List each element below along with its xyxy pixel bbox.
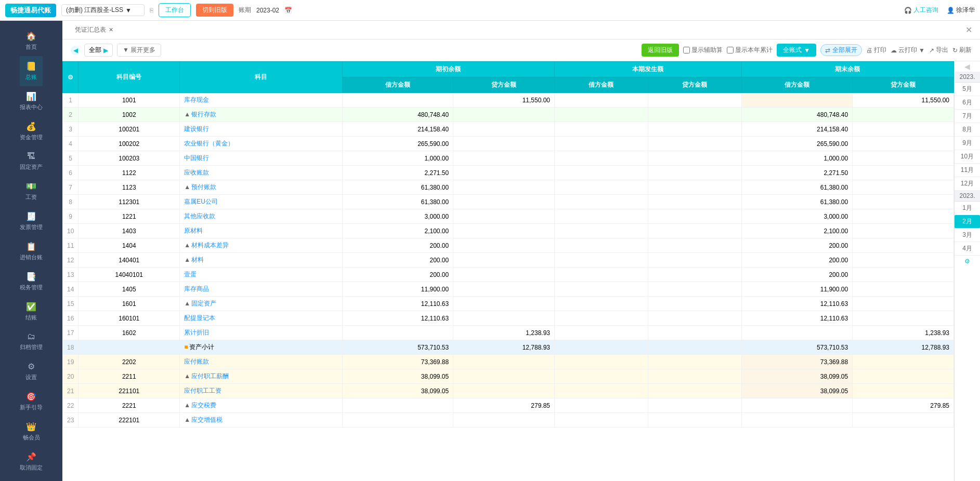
month-8[interactable]: 8月 [955, 123, 980, 137]
workbench-button[interactable]: 工作台 [159, 3, 191, 17]
expand-row-icon[interactable]: ▲ [184, 242, 190, 249]
sidebar-item-home[interactable]: 🏠 首页 [20, 26, 43, 56]
row-name[interactable]: ▲应交增值税 [180, 413, 343, 427]
expand-row-icon[interactable]: ▲ [184, 402, 190, 409]
row-name[interactable]: 应付账款 [180, 355, 343, 369]
expand-row-icon[interactable]: ▲ [184, 256, 190, 263]
format-button[interactable]: 全账式 ▼ [777, 44, 816, 57]
sidebar-item-report[interactable]: 📊 报表中心 [20, 86, 43, 116]
month-1[interactable]: 1月 [955, 202, 980, 215]
row-name[interactable]: 壹蛋 [180, 268, 343, 282]
row-name[interactable]: ▲银行存款 [180, 108, 343, 122]
panel-settings-icon[interactable]: ⚙ [955, 256, 980, 267]
tab-voucher-summary[interactable]: 凭证汇总表✕ [68, 22, 127, 37]
sidebar-item-member[interactable]: 👑 畅会员 [0, 417, 62, 447]
row-name[interactable]: ▲应付职工薪酬 [180, 369, 343, 384]
expand-row-icon[interactable]: ▲ [184, 183, 190, 191]
sidebar-item-settle[interactable]: ✅ 结账 [20, 297, 43, 327]
export-button[interactable]: ↗ 导出 [929, 46, 948, 55]
th-settings[interactable]: ⚙ [63, 62, 79, 93]
calendar-icon[interactable]: 📅 [284, 7, 292, 14]
year-label-2023-top[interactable]: 2023. [955, 72, 980, 83]
month-3[interactable]: 3月 [955, 229, 980, 242]
filter-all[interactable]: 全部 ▶ [84, 44, 113, 57]
sidebar-item-purchase[interactable]: 📋 进销台账 [20, 236, 43, 266]
archive-label: 归档管理 [20, 343, 43, 351]
month-4[interactable]: 4月 [955, 242, 980, 256]
row-name[interactable]: 应收账款 [180, 166, 343, 180]
show-ytd-checkbox[interactable]: 显示本年累计 [727, 46, 773, 55]
sidebar-item-archive[interactable]: 🗂 归档管理 [20, 327, 43, 356]
month-2[interactable]: 2月 [955, 215, 980, 229]
row-name[interactable]: 库存现金 [180, 93, 343, 108]
row-ps-debit: 480,748.40 [342, 108, 453, 122]
row-cur-credit [648, 166, 741, 180]
month-12[interactable]: 12月 [955, 177, 980, 191]
sidebar-item-fund[interactable]: 💰 资金管理 [20, 116, 43, 146]
ledger-icon: 📒 [26, 61, 36, 71]
sidebar-item-cancel-fixed[interactable]: 📌 取消固定 [0, 447, 62, 477]
year-label-2023-bottom[interactable]: 2023. [955, 191, 980, 202]
row-name[interactable]: ▲材料 [180, 253, 343, 268]
user-menu[interactable]: 👤 徐泽华 [947, 6, 975, 15]
sidebar-item-invoice[interactable]: 🧾 发票管理 [20, 206, 43, 236]
month-5[interactable]: 5月 [955, 83, 980, 96]
row-pe-debit [741, 93, 852, 108]
row-name[interactable]: 嘉属EU公司 [180, 195, 343, 209]
sidebar-item-settings[interactable]: ⚙ 设置 [20, 356, 43, 386]
th-ps-credit: 贷方金额 [453, 77, 555, 93]
user-service[interactable]: 🎧 人工咨询 [904, 6, 938, 15]
row-num: 5 [63, 151, 79, 166]
row-name[interactable]: 农业银行（黄金） [180, 137, 343, 151]
row-name[interactable]: 中国银行 [180, 151, 343, 166]
row-code: 100203 [79, 151, 180, 166]
company-selector[interactable]: (勿删) 江西股圣-LSS ▼ [61, 4, 145, 16]
pin-icon: 📌 [26, 452, 36, 462]
month-10[interactable]: 10月 [955, 150, 980, 164]
return-old-button[interactable]: 返回旧版 [642, 44, 679, 57]
row-pe-credit [853, 384, 954, 398]
row-pe-debit: 38,099.05 [741, 369, 852, 384]
row-name[interactable]: 建设银行 [180, 122, 343, 137]
row-name[interactable]: 配提显记本 [180, 311, 343, 326]
expand-row-icon[interactable]: ▲ [184, 300, 190, 307]
sidebar-item-salary[interactable]: 💵 工资 [20, 176, 43, 206]
switch-button[interactable]: 切到旧版 [196, 4, 233, 17]
row-name[interactable]: 应付职工工资 [180, 384, 343, 398]
filter-all-arrow: ▶ [103, 47, 108, 54]
refresh-button[interactable]: ↻ 刷新 [952, 46, 972, 55]
copy-icon[interactable]: ⎘ [150, 7, 153, 14]
row-name[interactable]: 原材料 [180, 224, 343, 238]
row-num: 2 [63, 108, 79, 122]
show-aux-checkbox[interactable]: 显示辅助算 [683, 46, 723, 55]
month-6[interactable]: 6月 [955, 96, 980, 110]
filter-back-arrow[interactable]: ◀ [71, 46, 80, 55]
row-name[interactable]: ▲预付账款 [180, 180, 343, 195]
row-name[interactable]: 累计折旧 [180, 326, 343, 340]
row-name[interactable]: 其他应收款 [180, 209, 343, 224]
month-7[interactable]: 7月 [955, 110, 980, 123]
panel-collapse-arrow[interactable]: ◀ [955, 61, 980, 72]
sidebar-item-tax[interactable]: 📑 税务管理 [20, 266, 43, 297]
sidebar-item-ledger[interactable]: 📒 总账 [20, 56, 43, 86]
row-name[interactable]: ▲应交税费 [180, 398, 343, 413]
settle-icon: ✅ [26, 302, 36, 312]
row-ps-debit [342, 93, 453, 108]
cloud-print-button[interactable]: ☁ 云打印 ▼ [891, 46, 925, 55]
tab-close-voucher-summary[interactable]: ✕ [109, 26, 113, 33]
row-name[interactable]: ▲固定资产 [180, 297, 343, 311]
sidebar-item-asset[interactable]: 🏗 固定资产 [20, 146, 43, 176]
close-all-tabs-button[interactable]: ✕ [963, 25, 975, 35]
month-9[interactable]: 9月 [955, 137, 980, 150]
print-button[interactable]: 🖨 打印 [866, 46, 886, 55]
row-name[interactable]: 库存商品 [180, 282, 343, 297]
row-name[interactable]: ▲材料成本差异 [180, 238, 343, 253]
expand-all-toggle[interactable]: ⇄ 全部展开 [820, 44, 862, 56]
row-code: 100201 [79, 122, 180, 137]
expand-row-icon[interactable]: ▲ [184, 111, 190, 118]
expand-row-icon[interactable]: ▲ [184, 416, 190, 423]
month-11[interactable]: 11月 [955, 164, 980, 177]
expand-more-button[interactable]: ▼ 展开更多 [117, 44, 161, 57]
sidebar-item-guide[interactable]: 🎯 新手引导 [20, 386, 43, 417]
expand-row-icon[interactable]: ▲ [184, 372, 190, 380]
